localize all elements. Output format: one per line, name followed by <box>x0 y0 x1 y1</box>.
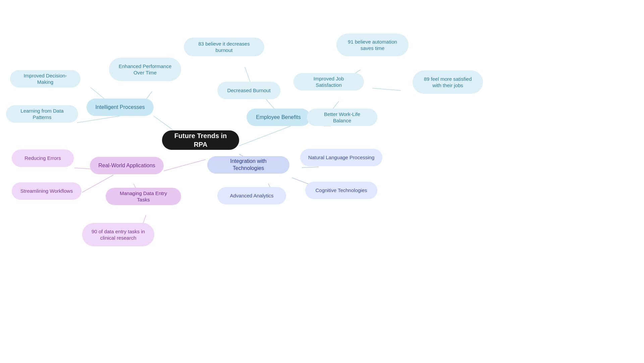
streamlining-node: Streamlining Workflows <box>12 182 82 200</box>
svg-line-11 <box>164 160 206 171</box>
svg-line-3 <box>77 116 120 123</box>
intelligent-processes-label: Intelligent Processes <box>95 104 145 111</box>
svg-line-17 <box>302 167 319 168</box>
reducing-errors-node: Reducing Errors <box>12 149 74 167</box>
decreased-burnout-label: Decreased Burnout <box>227 87 270 94</box>
managing-data-label: Managing Data Entry Tasks <box>113 190 174 203</box>
svg-line-4 <box>239 126 291 146</box>
advanced-analytics-node: Advanced Analytics <box>217 187 286 204</box>
believe-saves-time-node: 91 believe automation saves time <box>336 34 409 56</box>
cognitive-tech-label: Cognitive Technologies <box>316 187 367 194</box>
real-world-apps-label: Real-World Applications <box>98 162 155 169</box>
employee-benefits-label: Employee Benefits <box>256 114 301 121</box>
improved-job-sat-node: Improved Job Satisfaction <box>293 73 364 90</box>
managing-data-node: Managing Data Entry Tasks <box>106 188 181 205</box>
integration-tech-node: Integration with Technologies <box>207 156 289 174</box>
decreased-burnout-node: Decreased Burnout <box>217 82 280 99</box>
feel-satisfied-label: 89 feel more satisfied with their jobs <box>420 76 476 89</box>
center-node: Future Trends in RPA <box>162 130 239 150</box>
advanced-analytics-label: Advanced Analytics <box>230 192 273 199</box>
nlp-node: Natural Language Processing <box>300 149 382 166</box>
improved-decision-label: Improved Decision-Making <box>17 72 73 85</box>
employee-benefits-node: Employee Benefits <box>247 109 310 126</box>
improved-job-sat-label: Improved Job Satisfaction <box>301 75 357 88</box>
integration-tech-label: Integration with Technologies <box>215 158 282 172</box>
streamlining-label: Streamlining Workflows <box>20 188 73 194</box>
center-label: Future Trends in RPA <box>169 131 232 149</box>
believe-burnout-label: 83 believe it decreases burnout <box>191 41 257 54</box>
feel-satisfied-node: 89 feel more satisfied with their jobs <box>413 70 483 94</box>
better-work-life-node: Better Work-Life Balance <box>307 109 377 126</box>
svg-line-9 <box>372 88 401 90</box>
improved-decision-node: Improved Decision-Making <box>10 70 80 87</box>
real-world-apps-node: Real-World Applications <box>90 157 164 174</box>
data-entry-stat-label: 90 of data entry tasks in clinical resea… <box>90 228 147 241</box>
enhanced-performance-node: Enhanced Performance Over Time <box>109 58 181 81</box>
data-entry-stat-node: 90 of data entry tasks in clinical resea… <box>82 223 154 246</box>
nlp-label: Natural Language Processing <box>308 154 375 161</box>
better-work-life-label: Better Work-Life Balance <box>314 111 370 124</box>
reducing-errors-label: Reducing Errors <box>24 155 61 162</box>
believe-saves-time-label: 91 believe automation saves time <box>344 39 401 52</box>
believe-burnout-node: 83 believe it decreases burnout <box>184 38 264 56</box>
intelligent-processes-node: Intelligent Processes <box>87 99 154 116</box>
cognitive-tech-node: Cognitive Technologies <box>305 182 377 199</box>
enhanced-performance-label: Enhanced Performance Over Time <box>116 63 174 76</box>
learning-data-node: Learning from Data Patterns <box>6 105 78 123</box>
learning-data-label: Learning from Data Patterns <box>13 108 71 121</box>
